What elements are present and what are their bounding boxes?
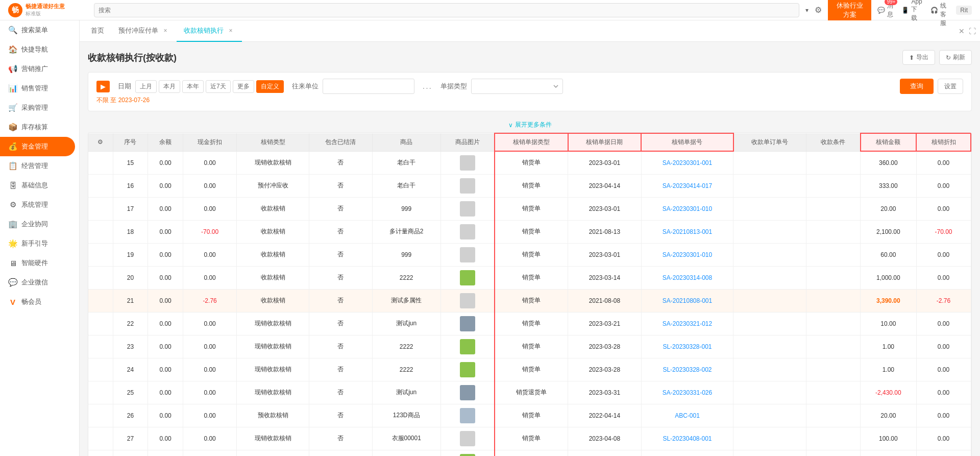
- cell-verify-amount: 3,390.00: [861, 289, 916, 312]
- sidebar-item-basic[interactable]: 🗄 基础信息: [0, 176, 79, 195]
- username-display[interactable]: Rit: [956, 6, 972, 15]
- cell-cash-discount: 0.00: [183, 450, 236, 456]
- tab-prepay-close[interactable]: ×: [161, 27, 169, 35]
- sidebar-item-sales[interactable]: 📊 销售管理: [0, 79, 79, 98]
- bill-no-link[interactable]: SA-20230414-017: [663, 182, 712, 189]
- bill-no-link[interactable]: SA-20210813-001: [663, 228, 712, 235]
- bill-type-select[interactable]: [471, 79, 563, 94]
- col-seq-header: 序号: [113, 133, 148, 151]
- export-button[interactable]: ⬆ 导出: [902, 50, 935, 65]
- cell-goods: 衣服00001: [372, 427, 440, 450]
- cell-config: [88, 197, 113, 220]
- sidebar-item-inventory[interactable]: 📦 库存核算: [0, 117, 79, 137]
- bill-no-link[interactable]: SA-20230331-026: [663, 389, 712, 396]
- this-month-btn[interactable]: 本月: [159, 80, 180, 93]
- bill-no-link[interactable]: SA-20230301-010: [663, 251, 712, 258]
- cell-goods-image: [440, 243, 495, 266]
- bill-no-link[interactable]: SA-20230301-001: [663, 159, 712, 166]
- bill-no-link[interactable]: SA-20230321-012: [663, 320, 712, 327]
- sidebar-item-enterprise[interactable]: 🏢 企业协同: [0, 214, 79, 234]
- table-row: 23 0.00 0.00 现销收款核销 否 2222 销货单 2023-03-2…: [88, 335, 971, 358]
- chevron-down-icon: ∨: [508, 122, 513, 129]
- notice-item[interactable]: 💬 消息 99+: [877, 2, 893, 19]
- guide-icon: 🌟: [8, 239, 17, 248]
- cell-verify-type: 预收款核销: [237, 404, 309, 427]
- sidebar-item-quick-nav[interactable]: 🏠 快捷导航: [0, 40, 79, 59]
- tabs-fullscreen-button[interactable]: ⛶: [969, 27, 976, 35]
- cell-seq: 24: [113, 358, 148, 381]
- cell-goods: 测试jun: [372, 312, 440, 335]
- tab-home[interactable]: 首页: [84, 20, 111, 42]
- tabs-close-button[interactable]: ✕: [959, 27, 965, 35]
- app-download-item[interactable]: 📱 App下载: [901, 0, 922, 22]
- bill-no-link[interactable]: SA-20210808-001: [663, 297, 712, 304]
- filter-dots: ...: [423, 82, 432, 91]
- cell-verify-bill-type: 销货单: [495, 151, 568, 174]
- tab-receipt-verify-close[interactable]: ×: [227, 27, 235, 35]
- more-btn[interactable]: 更多: [233, 80, 254, 93]
- cell-goods-image: [440, 450, 495, 456]
- sidebar-item-purchase[interactable]: 🛒 采购管理: [0, 98, 79, 117]
- last-month-btn[interactable]: 上月: [135, 80, 157, 93]
- bill-no-link[interactable]: SL-20230328-002: [663, 366, 712, 373]
- cell-config: [88, 358, 113, 381]
- sidebar-item-guide[interactable]: 🌟 新手引导: [0, 234, 79, 253]
- last7days-btn[interactable]: 近7天: [206, 80, 231, 93]
- refresh-button[interactable]: ↻ 刷新: [939, 50, 972, 65]
- cell-verify-discount: -2.76: [916, 289, 971, 312]
- settings-button[interactable]: 设置: [938, 79, 963, 94]
- cell-receipt-order-no: [733, 243, 806, 266]
- top-search-input[interactable]: [94, 3, 799, 17]
- sidebar-item-member[interactable]: V 畅会员: [0, 292, 79, 311]
- cell-verify-type: 收款核销: [237, 289, 309, 312]
- dropdown-button[interactable]: ▾: [805, 7, 808, 14]
- custom-btn[interactable]: 自定义: [256, 80, 284, 93]
- sidebar-item-wechat[interactable]: 💬 企业微信: [0, 273, 79, 292]
- cell-goods-image: [440, 312, 495, 335]
- refresh-icon: ↻: [946, 54, 951, 61]
- cell-verify-amount: 360.00: [861, 151, 916, 174]
- query-button[interactable]: 查询: [900, 79, 934, 94]
- sidebar-item-hardware[interactable]: 🖥 智能硬件: [0, 253, 79, 273]
- cell-goods: 2222: [372, 266, 440, 289]
- bill-no-link[interactable]: SA-20230301-010: [663, 205, 712, 212]
- col-verify-type-header: 核销类型: [237, 133, 309, 151]
- sidebar-item-finance[interactable]: 💰 资金管理: [0, 137, 75, 156]
- cell-verify-bill-date: 2023-03-14: [568, 266, 641, 289]
- col-receipt-condition-header: 收款条件: [806, 133, 861, 151]
- bill-no-link[interactable]: SL-20230408-001: [663, 435, 712, 442]
- cell-balance: 0.00: [148, 312, 183, 335]
- bill-no-link[interactable]: SA-20230314-008: [663, 274, 712, 281]
- gear-button[interactable]: ⚙: [815, 5, 822, 15]
- bill-no-link[interactable]: SL-20230328-001: [663, 343, 712, 350]
- cell-receipt-condition: [806, 266, 861, 289]
- col-config-header[interactable]: ⚙: [88, 133, 113, 151]
- solution-button[interactable]: 休验行业方案: [828, 0, 871, 22]
- cell-verify-type: 现销收款核销: [237, 427, 309, 450]
- cell-verify-bill-date: 2023-03-31: [568, 381, 641, 404]
- cell-verify-bill-no: SL-20230418-001: [641, 450, 733, 456]
- sidebar-item-operations[interactable]: 📋 经营管理: [0, 156, 79, 176]
- bill-no-link[interactable]: ABC-001: [675, 412, 700, 419]
- service-item[interactable]: 🎧 在线客服: [930, 0, 948, 28]
- sidebar-item-marketing[interactable]: 📢 营销推广: [0, 59, 79, 79]
- cell-goods: 999: [372, 197, 440, 220]
- cell-verify-discount: 0.00: [916, 404, 971, 427]
- tab-prepay[interactable]: 预付冲应付单 ×: [111, 20, 177, 42]
- sidebar-item-system[interactable]: ⚙ 系统管理: [0, 195, 79, 214]
- this-year-btn[interactable]: 本年: [182, 80, 204, 93]
- col-cash-discount-header: 现金折扣: [183, 133, 236, 151]
- filter-expand-arrow[interactable]: ▶: [96, 81, 110, 92]
- table-row: 22 0.00 0.00 现销收款核销 否 测试jun 销货单 2023-03-…: [88, 312, 971, 335]
- sidebar-item-search-menu[interactable]: 🔍 搜索菜单: [0, 20, 79, 40]
- from-unit-input[interactable]: [323, 79, 414, 94]
- tab-receipt-verify[interactable]: 收款核销执行 ×: [177, 20, 242, 42]
- cell-balance: 0.00: [148, 197, 183, 220]
- cell-seq: 19: [113, 243, 148, 266]
- cell-goods-image: [440, 404, 495, 427]
- expand-more-btn[interactable]: ∨ 展开更多条件: [88, 117, 972, 132]
- col-verify-bill-type-header: 核销单据类型: [495, 133, 568, 151]
- cell-verify-bill-no: SA-20230301-010: [641, 243, 733, 266]
- cell-verify-bill-no: SA-20230321-012: [641, 312, 733, 335]
- cell-receipt-condition: [806, 450, 861, 456]
